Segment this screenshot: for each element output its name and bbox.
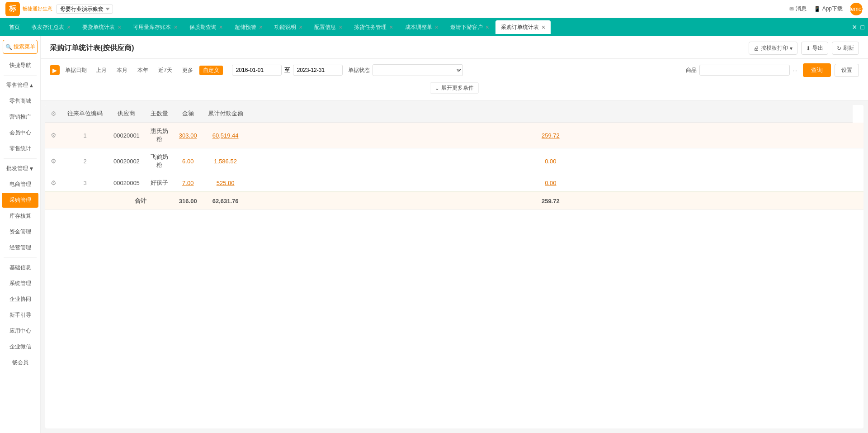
tab-chaoChuYuJing[interactable]: 超储预警 × [229, 20, 268, 34]
table-row: ⚙ 2 00020002 飞鹤奶粉 6.00 1,586.52 0.00 [45, 148, 863, 174]
home-label: 首页 [9, 24, 20, 31]
tab-home[interactable]: 首页 [4, 20, 25, 34]
row-amount-1[interactable]: 1,586.52 [203, 148, 249, 174]
date-to-input[interactable] [293, 65, 343, 76]
tab-close-7[interactable]: × [389, 24, 393, 30]
filter-toggle-btn[interactable]: ▶ [50, 65, 60, 75]
tab-chengBenTz[interactable]: 成本调整单 × [400, 20, 444, 34]
sidebar-item-quicknav[interactable]: 快捷导航 [2, 58, 38, 73]
sidebar-item-yingXiaoTuiGuang[interactable]: 营销推广 [2, 109, 38, 124]
tab-peiZhiXinXi[interactable]: 配置信息 × [309, 20, 348, 34]
tab-yaoHuoDanTj[interactable]: 要货单统计表 × [77, 20, 127, 34]
date-btn-this-year[interactable]: 本年 [134, 66, 152, 75]
query-button[interactable]: 查询 [803, 63, 831, 77]
row-paid-2[interactable]: 0.00 [249, 174, 853, 192]
page-title: 采购订单统计表(按供应商) [50, 43, 134, 53]
tab-close-10[interactable]: × [542, 24, 545, 30]
date-btn-7days[interactable]: 近7天 [155, 66, 176, 75]
col-qty: 主数量 [145, 105, 174, 123]
row-paid-0[interactable]: 259.72 [249, 123, 853, 148]
row-qty-1[interactable]: 6.00 [174, 148, 203, 174]
message-icon-btn[interactable]: ✉ 消息 [789, 5, 807, 13]
row-paid-1[interactable]: 0.00 [249, 148, 853, 174]
sidebar-search-btn[interactable]: 🔍 搜索菜单 [3, 40, 38, 54]
tab-close-0[interactable]: × [67, 24, 71, 30]
sidebar-item-lingShaoShangCheng[interactable]: 零售商城 [2, 94, 38, 109]
sidebar-item-xinShouYinDao[interactable]: 新手引导 [2, 308, 38, 323]
sidebar-item-lingShaoTongJi[interactable]: 零售统计 [2, 141, 38, 156]
row-qty-0[interactable]: 303.00 [174, 123, 203, 148]
action-btns: 查询 设置 [803, 63, 859, 77]
date-custom-badge[interactable]: 自定义 [199, 66, 223, 75]
expand-conditions-btn[interactable]: ⌄ 展开更多条件 [430, 82, 479, 94]
date-btn-last-month[interactable]: 上月 [92, 66, 110, 75]
status-select[interactable] [373, 64, 463, 76]
sidebar-item-piiFaGuanLi[interactable]: 批发管理 ▼ [2, 161, 38, 176]
row-code-0: 00020001 [108, 123, 145, 148]
download-icon: 📱 [814, 6, 821, 12]
tab-close-9[interactable]: × [486, 24, 489, 30]
product-label: 商品 [686, 67, 697, 74]
footer-gear [45, 192, 62, 210]
date-filter-label: 单据日期 [65, 67, 87, 74]
export-icon: ⬇ [806, 45, 811, 52]
product-more-icon[interactable]: ··· [793, 67, 797, 74]
tab-baoZhiQiCx[interactable]: 保质期查询 × [184, 20, 228, 34]
row-amount-2[interactable]: 525.80 [203, 174, 249, 192]
tab-close-8[interactable]: × [435, 24, 439, 30]
sidebar-item-huiYuanZhongXin[interactable]: 会员中心 [2, 125, 38, 140]
sidebar-item-caiGouGuanLi[interactable]: 采购管理 [2, 193, 38, 208]
tab-cgDdTj[interactable]: 采购订单统计表 × [495, 20, 551, 34]
tab-close-2[interactable]: × [174, 24, 177, 30]
row-gear-2[interactable]: ⚙ [45, 174, 62, 192]
date-btn-more[interactable]: 更多 [179, 66, 197, 75]
tab-shoufaHuiZong[interactable]: 收发存汇总表 × [26, 20, 76, 34]
tab-close-5[interactable]: × [299, 24, 302, 30]
sidebar-item-jiChuXinXi[interactable]: 基础信息 [2, 260, 38, 275]
row-gear-1[interactable]: ⚙ [45, 148, 62, 174]
row-gear-icon-2[interactable]: ⚙ [51, 179, 57, 186]
sidebar-item-ziJinGuanLi[interactable]: 资金管理 [2, 224, 38, 239]
row-num-2: 3 [62, 174, 108, 192]
table-gear-icon[interactable]: ⚙ [51, 110, 57, 117]
sidebar-item-yingYongZhongXin[interactable]: 应用中心 [2, 324, 38, 338]
row-num-1: 2 [62, 148, 108, 174]
date-btn-this-month[interactable]: 本月 [113, 66, 131, 75]
tab-tuoHuoRenWu[interactable]: 拣货任务管理 × [349, 20, 398, 34]
sidebar-item-lingShaoGuanLi[interactable]: 零售管理 ▲ [2, 78, 38, 93]
tab-close-1[interactable]: × [118, 24, 121, 30]
user-avatar-btn[interactable]: demo2 [850, 3, 863, 15]
app-download-btn[interactable]: 📱 App下载 [814, 5, 843, 13]
refresh-button[interactable]: ↻ 刷新 [832, 42, 859, 55]
row-amount-0[interactable]: 60,519.44 [203, 123, 249, 148]
template-print-button[interactable]: 🖨 按模板打印 ▾ [749, 42, 797, 55]
tab-close-4[interactable]: × [259, 24, 263, 30]
refresh-icon: ↻ [837, 45, 841, 52]
row-num-0: 1 [62, 123, 108, 148]
row-gear-icon-0[interactable]: ⚙ [51, 132, 57, 139]
sidebar-item-qiYeXieTong[interactable]: 企业协同 [2, 292, 38, 307]
date-separator: 至 [284, 66, 290, 74]
sidebar-item-changHuiYuan[interactable]: 畅会员 [2, 355, 38, 370]
data-table: ⚙ 往来单位编码 供应商 主数量 金额 累计付款金额 ⚙ 1 [45, 105, 863, 210]
sidebar-item-xiTongGuanLi[interactable]: 系统管理 [2, 276, 38, 291]
tab-close-3[interactable]: × [219, 24, 223, 30]
row-qty-2[interactable]: 7.00 [174, 174, 203, 192]
product-input[interactable] [699, 65, 790, 76]
window-max-btn[interactable]: □ [861, 24, 864, 31]
tab-close-6[interactable]: × [339, 24, 342, 30]
export-button[interactable]: ⬇ 导出 [801, 42, 828, 55]
tab-gongNengShuoMing[interactable]: 功能说明 × [269, 20, 308, 34]
row-gear-0[interactable]: ⚙ [45, 123, 62, 148]
row-gear-icon-1[interactable]: ⚙ [51, 157, 57, 165]
window-close-btn[interactable]: × [852, 23, 857, 32]
breadcrumb-select[interactable]: 母婴行业演示账套 [56, 5, 113, 14]
date-from-input[interactable] [232, 65, 282, 76]
sidebar-item-qiYeWeiXin[interactable]: 企业微信 [2, 339, 38, 354]
sidebar-item-kuCunHeSuan[interactable]: 库存核算 [2, 209, 38, 224]
tab-keYongLiangKcZb[interactable]: 可用量库存账本 × [127, 20, 183, 34]
settings-button[interactable]: 设置 [835, 64, 859, 77]
sidebar-item-dianShangGuanLi[interactable]: 电商管理 [2, 177, 38, 192]
tab-yaoQingXiayou[interactable]: 邀请下游客户 × [445, 20, 495, 34]
sidebar-item-jingYingGuanLi[interactable]: 经营管理 [2, 240, 38, 255]
